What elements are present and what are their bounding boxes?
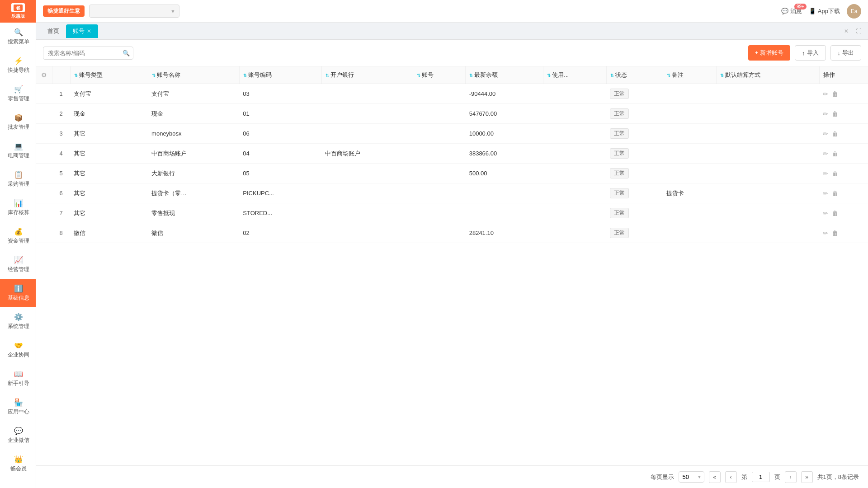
edit-btn-1[interactable]: ✏ <box>823 110 828 117</box>
row-account-4 <box>413 164 466 183</box>
row-action-3: ✏ 🗑 <box>819 144 868 164</box>
col-usage-header[interactable]: ⇅使用... <box>543 66 606 84</box>
row-default-6 <box>716 203 819 223</box>
col-name-header[interactable]: ⇅账号名称 <box>148 66 239 84</box>
edit-btn-4[interactable]: ✏ <box>823 170 828 177</box>
prev-page-button[interactable]: ‹ <box>725 471 737 483</box>
sidebar-item-wholesale[interactable]: 📦 批发管理 <box>0 108 36 136</box>
tab-home[interactable]: 首页 <box>41 24 66 38</box>
delete-btn-4[interactable]: 🗑 <box>832 170 838 177</box>
row-type-4: 其它 <box>70 164 148 183</box>
tab-account[interactable]: 账号 ✕ <box>66 24 98 38</box>
col-code-header[interactable]: ⇅账号编码 <box>239 66 321 84</box>
sidebar-item-system[interactable]: ⚙️ 系统管理 <box>0 307 36 336</box>
tab-close-icon[interactable]: ✕ <box>87 28 91 34</box>
edit-btn-7[interactable]: ✏ <box>823 230 828 237</box>
sidebar-item-membership[interactable]: 👑 畅会员 <box>0 450 36 478</box>
row-setting-7 <box>36 223 52 243</box>
column-settings-icon[interactable]: ⚙ <box>41 71 47 79</box>
import-icon: ↑ <box>802 50 805 56</box>
col-bank-header[interactable]: ⇅开户银行 <box>321 66 413 84</box>
expand-window-btn[interactable]: ⛶ <box>854 26 863 36</box>
row-usage-0 <box>543 84 606 104</box>
row-default-3 <box>716 144 819 164</box>
row-code-5: PICKUPC... <box>239 183 321 203</box>
row-balance-3: 383866.00 <box>466 144 543 164</box>
col-remark-header[interactable]: ⇅备注 <box>663 66 716 84</box>
col-status-header[interactable]: ⇅状态 <box>606 66 663 84</box>
pagination-bar: 每页显示 50 100 200 « ‹ 第 页 › » 共1页，8条记录 <box>36 465 868 488</box>
sidebar-item-finance[interactable]: 💰 资金管理 <box>0 222 36 250</box>
sidebar-item-shortcuts[interactable]: ⚡ 快捷导航 <box>0 51 36 80</box>
row-type-1: 现金 <box>70 104 148 124</box>
sidebar-item-inventory[interactable]: 📊 库存核算 <box>0 193 36 222</box>
row-status-6: 正常 <box>606 203 663 223</box>
row-remark-4 <box>663 164 716 183</box>
row-account-5 <box>413 183 466 203</box>
sidebar-item-retail[interactable]: 🛒 零售管理 <box>0 80 36 108</box>
delete-btn-5[interactable]: 🗑 <box>832 190 838 197</box>
row-usage-4 <box>543 164 606 183</box>
last-page-button[interactable]: » <box>801 471 813 483</box>
next-page-button[interactable]: › <box>785 471 797 483</box>
row-setting-4 <box>36 164 52 183</box>
top-search-input[interactable] <box>89 5 179 18</box>
sidebar-item-enterprise-wechat[interactable]: 💬 企业微信 <box>0 421 36 450</box>
add-account-button[interactable]: + 新增账号 <box>748 45 790 61</box>
row-name-2: moneybosx <box>148 124 239 144</box>
row-num-7: 8 <box>52 223 70 243</box>
sidebar-item-business[interactable]: 📈 经营管理 <box>0 250 36 279</box>
edit-btn-2[interactable]: ✏ <box>823 130 828 137</box>
message-button[interactable]: 💬 消息 99+ <box>781 7 802 15</box>
col-account-header[interactable]: ⇅账号 <box>413 66 466 84</box>
edit-btn-0[interactable]: ✏ <box>823 90 828 98</box>
import-button[interactable]: ↑ 导入 <box>795 45 826 61</box>
top-header: 畅捷通好生意 ▼ 💬 消息 99+ 📱 App下载 Ea <box>36 0 868 23</box>
row-usage-7 <box>543 223 606 243</box>
row-status-4: 正常 <box>606 164 663 183</box>
row-num-4: 5 <box>52 164 70 183</box>
first-page-button[interactable]: « <box>709 471 721 483</box>
content-area: 🔍 + 新增账号 ↑ 导入 ↓ 导出 <box>36 40 868 488</box>
download-icon: 📱 <box>809 8 816 14</box>
svg-text:畅: 畅 <box>16 6 20 10</box>
window-controls: ✕ ⛶ <box>841 26 863 36</box>
close-window-btn[interactable]: ✕ <box>841 26 851 36</box>
user-avatar[interactable]: Ea <box>847 4 861 19</box>
page-size-select[interactable]: 50 100 200 <box>679 471 704 483</box>
delete-btn-7[interactable]: 🗑 <box>832 230 838 237</box>
delete-btn-0[interactable]: 🗑 <box>832 90 838 98</box>
row-action-4: ✏ 🗑 <box>819 164 868 183</box>
app-download-button[interactable]: 📱 App下载 <box>809 7 840 15</box>
export-button[interactable]: ↓ 导出 <box>830 45 862 61</box>
col-balance-header[interactable]: ⇅最新余额 <box>466 66 543 84</box>
search-input[interactable] <box>43 47 133 60</box>
sidebar-item-ecommerce[interactable]: 💻 电商管理 <box>0 136 36 165</box>
delete-btn-2[interactable]: 🗑 <box>832 130 838 137</box>
row-setting-0 <box>36 84 52 104</box>
delete-btn-3[interactable]: 🗑 <box>832 150 838 157</box>
edit-btn-5[interactable]: ✏ <box>823 190 828 197</box>
row-code-0: 03 <box>239 84 321 104</box>
row-num-3: 4 <box>52 144 70 164</box>
row-type-2: 其它 <box>70 124 148 144</box>
row-action-5: ✏ 🗑 <box>819 183 868 203</box>
sidebar-item-app-center[interactable]: 🏪 应用中心 <box>0 393 36 421</box>
table-row: 8 微信 微信 02 28241.10 正常 ✏ 🗑 <box>36 223 868 243</box>
search-icon[interactable]: 🔍 <box>123 50 130 56</box>
delete-btn-6[interactable]: 🗑 <box>832 210 838 217</box>
col-default-header[interactable]: ⇅默认结算方式 <box>716 66 819 84</box>
delete-btn-1[interactable]: 🗑 <box>832 110 838 117</box>
sidebar-item-search-menu[interactable]: 🔍 搜索菜单 <box>0 23 36 51</box>
col-type-header[interactable]: ⇅账号类型 <box>70 66 148 84</box>
page-number-input[interactable] <box>752 472 770 482</box>
row-balance-7: 28241.10 <box>466 223 543 243</box>
sidebar-item-enterprise-agreement[interactable]: 🤝 企业协同 <box>0 336 36 364</box>
sidebar-item-guide[interactable]: 📖 新手引导 <box>0 364 36 393</box>
sidebar-item-purchase[interactable]: 📋 采购管理 <box>0 165 36 193</box>
sidebar-item-basic-info[interactable]: ℹ️ 基础信息 <box>0 279 36 307</box>
edit-btn-3[interactable]: ✏ <box>823 150 828 157</box>
edit-btn-6[interactable]: ✏ <box>823 210 828 217</box>
row-code-2: 06 <box>239 124 321 144</box>
logo-icon: 畅 <box>11 3 25 12</box>
